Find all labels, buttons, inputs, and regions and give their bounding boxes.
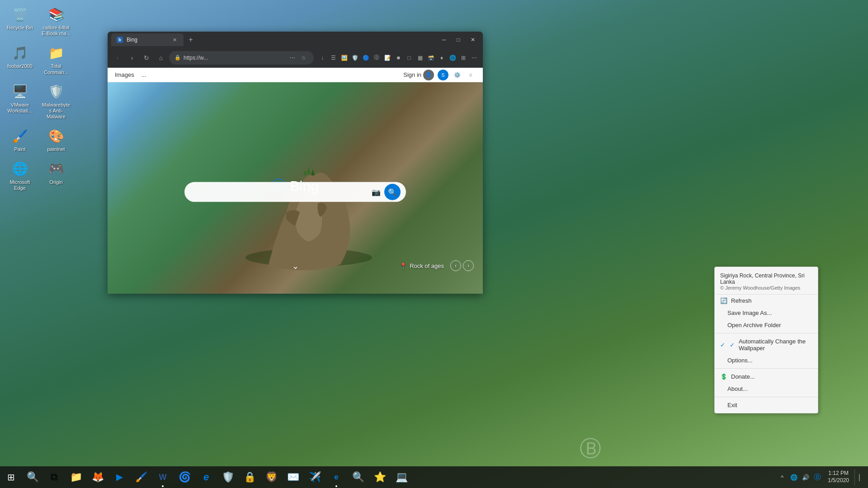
collections-icon[interactable]: ☰ (328, 53, 338, 63)
prev-image-button[interactable]: ‹ (450, 260, 461, 271)
taskbar-kaspersky[interactable]: 🔒 (239, 466, 260, 488)
tray-network[interactable]: 🌐 (789, 469, 799, 485)
toolbar-btn-4[interactable]: 🛡️ (350, 53, 360, 63)
taskbar-windows-icon-3[interactable]: ▶ (108, 466, 130, 488)
toolbar-btn-11[interactable]: 🗃️ (426, 53, 436, 63)
user-initial-avatar[interactable]: S (438, 70, 448, 80)
desktop-icon-total-commander[interactable]: 📁 Total Comman... (40, 42, 72, 77)
search-box[interactable]: 📷 🔍 (184, 182, 406, 202)
taskbar-search2[interactable]: 🔍 (347, 466, 369, 488)
new-tab-button[interactable]: + (185, 34, 196, 45)
desktop-icon-malwarebytes[interactable]: 🛡️ Malwarebytes Anti-Malware (40, 81, 72, 122)
minimize-button[interactable]: ─ (438, 33, 450, 46)
tray-bing-wallpaper[interactable]: Ⓑ (812, 469, 822, 485)
foobar-icon: 🎵 (11, 44, 29, 62)
taskbar-edge2[interactable]: e (195, 466, 217, 488)
taskbar: ⊞ 🔍 ⧉ 📁 🦊 ▶ 🖌️ W 🌀 e 🛡️ 🔒 🦁 ✉️ ✈️ e 🔍 ⭐ … (0, 466, 868, 488)
taskbar-telegram[interactable]: ✈️ (304, 466, 326, 488)
toolbar-btn-5[interactable]: 🔵 (361, 53, 371, 63)
total-commander-label: Total Comman... (42, 63, 71, 75)
origin-icon: 🎮 (47, 160, 65, 178)
show-desktop-button[interactable]: │ (854, 469, 864, 485)
vmware-label: VMware Workstati... (5, 102, 34, 114)
taskbar-brave[interactable]: 🦁 (260, 466, 282, 488)
tab-close-button[interactable]: ✕ (171, 36, 178, 43)
context-menu-refresh[interactable]: 🔄 Refresh (715, 295, 818, 307)
bing-nav-images[interactable]: Images (115, 71, 134, 78)
context-menu-separator-3 (715, 397, 818, 397)
search-input[interactable] (190, 188, 368, 196)
context-menu-separator-1 (715, 333, 818, 333)
toolbar-btn-12[interactable]: ♦ (437, 53, 447, 63)
window-controls: ─ □ ✕ (438, 33, 479, 46)
home-button[interactable]: ⌂ (155, 52, 167, 64)
tray-volume[interactable]: 🔊 (801, 469, 811, 485)
toolbar-btn-8[interactable]: ■ (393, 53, 403, 63)
address-bar: ‹ › ↻ ⌂ 🔒 https://w... ⋯ ☆ ↓ ☰ 🖼️ 🛡️ 🔵 ⓪… (108, 48, 483, 68)
scroll-down-indicator[interactable]: ⌄ (292, 261, 299, 271)
context-menu-options[interactable]: Options... (715, 354, 818, 366)
context-menu-auto-change[interactable]: ✓ Automatically Change the Wallpaper (715, 335, 818, 354)
close-button[interactable]: ✕ (467, 33, 479, 46)
toolbar-btn-7[interactable]: 📝 (382, 53, 392, 63)
toolbar-btn-9[interactable]: □ (404, 53, 414, 63)
toolbar-btn-10[interactable]: ▦ (415, 53, 425, 63)
search-button[interactable]: 🔍 (384, 184, 401, 200)
back-button[interactable]: ‹ (111, 52, 124, 64)
maximize-button[interactable]: □ (452, 33, 465, 46)
desktop-icon-origin[interactable]: 🎮 Origin (40, 158, 72, 193)
taskbar-task-view[interactable]: ⧉ (43, 466, 65, 488)
taskbar-mail[interactable]: ✉️ (282, 466, 304, 488)
bing-menu-icon[interactable]: ≡ (466, 70, 476, 80)
bing-nav-more[interactable]: ... (142, 71, 146, 78)
address-input[interactable]: 🔒 https://w... ⋯ ☆ (169, 51, 314, 65)
sign-in-label: Sign in (403, 71, 421, 78)
taskbar-paint[interactable]: 🖌️ (130, 466, 152, 488)
toolbar-btn-14[interactable]: ⊞ (458, 53, 468, 63)
toolbar-btn-6[interactable]: ⓪ (372, 53, 382, 63)
refresh-button[interactable]: ↻ (140, 52, 153, 64)
desktop-icon-paint[interactable]: 🖌️ Paint (4, 125, 36, 154)
context-menu-exit[interactable]: Exit (715, 399, 818, 411)
context-menu-about[interactable]: About... (715, 383, 818, 395)
start-button[interactable]: ⊞ (0, 466, 22, 488)
location-info: 📍 Rock of ages ‹ › (400, 260, 474, 271)
desktop-icon-recycle-bin[interactable]: 🗑️ Recycle Bin (4, 4, 36, 38)
taskbar-file-explorer[interactable]: 📁 (65, 466, 87, 488)
context-menu-donate[interactable]: 💲 Donate... (715, 371, 818, 383)
bing-settings-icon[interactable]: ⚙️ (452, 70, 462, 80)
toolbar-icons: ⋯ ☆ (288, 53, 308, 63)
tray-show-hidden[interactable]: ^ (777, 469, 787, 485)
desktop-icon-calibre[interactable]: 📚 calibre 64bit E-Book ma... (40, 4, 72, 38)
extensions-icon[interactable]: ⋯ (288, 53, 297, 63)
download-icon[interactable]: ↓ (317, 53, 327, 63)
bookmark-icon[interactable]: ☆ (298, 53, 308, 63)
taskbar-firefox[interactable]: 🦊 (87, 466, 108, 488)
taskbar-edge[interactable]: 🌀 (174, 466, 195, 488)
context-menu-save-image[interactable]: Save Image As... (715, 307, 818, 319)
desktop-icon-ms-edge[interactable]: 🌐 Microsoft Edge (4, 158, 36, 193)
browser-tab-bing[interactable]: b Bing ✕ (111, 33, 184, 46)
forward-button[interactable]: › (126, 52, 138, 64)
taskbar-edge3[interactable]: e (326, 466, 347, 488)
taskbar-unknown2[interactable]: 💻 (391, 466, 412, 488)
taskbar-search-icon[interactable]: 🔍 (22, 466, 43, 488)
desktop-icon-paintnet[interactable]: 🎨 paintnet (40, 125, 72, 154)
malwarebytes-label: Malwarebytes Anti-Malware (42, 102, 71, 120)
toolbar-btn-13[interactable]: 🌐 (448, 53, 458, 63)
donate-icon: 💲 (720, 373, 727, 380)
context-menu-open-archive[interactable]: Open Archive Folder (715, 319, 818, 331)
next-image-button[interactable]: › (463, 260, 474, 271)
camera-search-icon[interactable]: 📷 (372, 188, 381, 196)
settings-icon[interactable]: ⋯ (469, 53, 479, 63)
desktop-icon-foobar[interactable]: 🎵 foobar2000 (4, 42, 36, 77)
sign-in-button[interactable]: Sign in 👤 (403, 70, 434, 80)
paintnet-icon: 🎨 (47, 127, 65, 145)
desktop-icon-vmware[interactable]: 🖥️ VMware Workstati... (4, 81, 36, 122)
taskbar-unknown1[interactable]: ⭐ (369, 466, 391, 488)
calibre-label: calibre 64bit E-Book ma... (42, 25, 71, 37)
system-clock[interactable]: 1:12 PM 1/5/2020 (824, 470, 853, 484)
taskbar-word[interactable]: W (152, 466, 174, 488)
toolbar-btn-3[interactable]: 🖼️ (339, 53, 349, 63)
taskbar-malware[interactable]: 🛡️ (217, 466, 239, 488)
